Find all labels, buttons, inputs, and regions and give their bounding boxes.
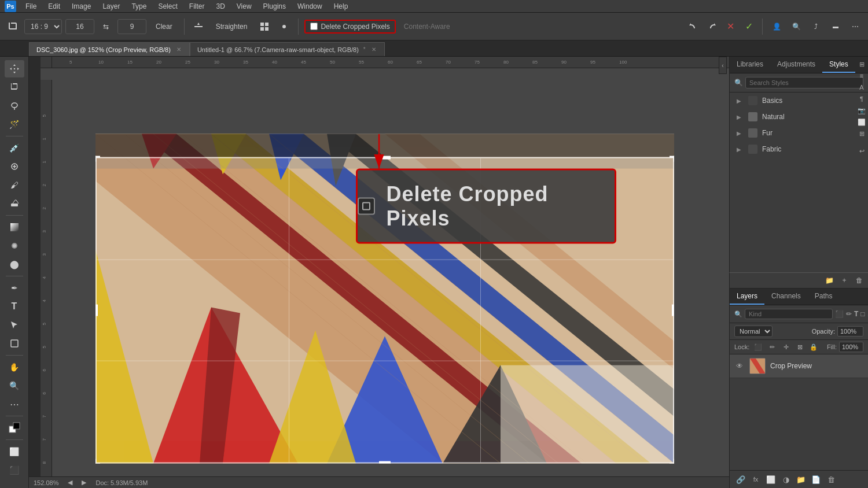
styles-search-input[interactable] bbox=[745, 77, 863, 88]
undo-crop-icon[interactable] bbox=[686, 19, 701, 34]
adjustments-tab[interactable]: Adjustments bbox=[770, 57, 822, 73]
magic-wand-tool[interactable]: 🪄 bbox=[5, 116, 24, 133]
tab-1-close[interactable]: ✕ bbox=[175, 46, 182, 53]
opacity-input[interactable] bbox=[837, 326, 863, 337]
lock-transparent-icon[interactable]: ⬛ bbox=[753, 342, 763, 352]
zoom-tool[interactable]: 🔍 bbox=[5, 377, 24, 394]
menu-filter[interactable]: Filter bbox=[185, 1, 209, 12]
more-tools[interactable]: ⋯ bbox=[5, 395, 24, 413]
foreground-bg-colors[interactable] bbox=[5, 419, 24, 437]
user-icon[interactable]: 👤 bbox=[768, 19, 785, 35]
styles-tab[interactable]: Styles bbox=[822, 57, 855, 73]
layer-filter-pixel[interactable]: ⬛ bbox=[835, 308, 844, 320]
panel-action-1[interactable]: ⊞ bbox=[856, 59, 867, 69]
eyedropper-tool[interactable]: 💉 bbox=[5, 139, 24, 157]
layers-tab[interactable]: Layers bbox=[730, 289, 764, 305]
crop-tool[interactable] bbox=[5, 79, 24, 96]
blend-mode-select[interactable]: Normal bbox=[734, 326, 773, 337]
commit-crop-icon[interactable]: ✓ bbox=[741, 19, 756, 34]
delete-cropped-checkbox[interactable] bbox=[310, 23, 318, 30]
collapse-right-icon[interactable]: ‹ bbox=[719, 57, 727, 74]
menu-help[interactable]: Help bbox=[329, 1, 353, 12]
panel-action-5[interactable]: 📷 bbox=[856, 105, 867, 116]
brush-tool[interactable]: 🖌 bbox=[5, 176, 24, 194]
delete-layer-icon[interactable]: 🗑 bbox=[853, 274, 866, 287]
layer-link-icon[interactable]: 🔗 bbox=[734, 473, 747, 486]
panel-action-6[interactable]: ⬜ bbox=[856, 117, 867, 127]
crop-tool-icon[interactable] bbox=[5, 19, 21, 35]
layer-crop-preview[interactable]: 👁 Crop Preview bbox=[730, 354, 868, 378]
natural-group[interactable]: ▶ Natural bbox=[730, 109, 868, 125]
lock-all-icon[interactable]: 🔒 bbox=[808, 342, 819, 352]
layers-search-input[interactable] bbox=[745, 309, 833, 319]
menu-plugins[interactable]: Plugins bbox=[259, 1, 290, 12]
layer-delete-icon[interactable]: 🗑 bbox=[825, 473, 837, 486]
add-layer-icon[interactable]: + bbox=[838, 274, 851, 287]
shape-tool[interactable] bbox=[5, 335, 24, 352]
layer-new-icon[interactable]: 📄 bbox=[810, 473, 822, 486]
ratio-select[interactable]: 16 : 9 bbox=[24, 19, 62, 34]
layer-visibility-eye[interactable]: 👁 bbox=[734, 361, 745, 371]
libraries-tab[interactable]: Libraries bbox=[730, 57, 770, 73]
status-arrow-left[interactable]: ◀ bbox=[68, 479, 72, 486]
paths-tab[interactable]: Paths bbox=[808, 289, 840, 305]
basics-group[interactable]: ▶ Basics bbox=[730, 93, 868, 109]
grid-overlay-icon[interactable] bbox=[256, 19, 273, 35]
delete-cropped-label[interactable]: Delete Cropped Pixels bbox=[304, 20, 395, 34]
panel-action-7[interactable]: ⊞ bbox=[856, 128, 867, 139]
status-arrow-right[interactable]: ▶ bbox=[82, 479, 86, 486]
layer-group-icon[interactable]: 📁 bbox=[795, 473, 807, 486]
tab-2-close[interactable]: ✕ bbox=[370, 46, 377, 53]
layer-fx-icon[interactable]: fx bbox=[749, 473, 762, 486]
clear-button[interactable]: Clear bbox=[150, 20, 178, 33]
search-icon[interactable]: 🔍 bbox=[788, 19, 804, 35]
fur-group[interactable]: ▶ Fur bbox=[730, 125, 868, 141]
tab-2[interactable]: Untitled-1 @ 66.7% (7.Camera-raw-smart-o… bbox=[190, 42, 385, 56]
screen-mode-icon[interactable]: ⬛ bbox=[5, 461, 24, 479]
tab-1[interactable]: DSC_3060.jpg @ 152% (Crop Preview, RGB/8… bbox=[29, 42, 190, 56]
cancel-crop-icon[interactable]: ✕ bbox=[723, 19, 738, 34]
selection-tool[interactable] bbox=[5, 316, 24, 334]
panel-action-3[interactable]: A bbox=[856, 82, 867, 93]
layer-adjust-icon[interactable]: ◑ bbox=[779, 473, 792, 486]
panel-action-2[interactable]: ≡ bbox=[856, 71, 867, 81]
eraser-tool[interactable] bbox=[5, 195, 24, 212]
grid-settings-icon[interactable] bbox=[276, 19, 292, 35]
minimize-icon[interactable]: ▬ bbox=[827, 19, 844, 35]
layer-filter-adjust[interactable]: ✏ bbox=[846, 308, 852, 320]
share-icon[interactable]: ⤴ bbox=[808, 19, 824, 35]
pen-tool[interactable]: ✒ bbox=[5, 279, 24, 297]
healing-tool[interactable] bbox=[5, 158, 24, 175]
redo-crop-icon[interactable] bbox=[704, 19, 719, 34]
panel-undo-icon[interactable]: ↩ bbox=[856, 146, 867, 156]
type-tool[interactable]: T bbox=[5, 298, 24, 315]
menu-file[interactable]: File bbox=[21, 1, 41, 12]
channels-tab[interactable]: Channels bbox=[764, 289, 808, 305]
menu-image[interactable]: Image bbox=[67, 1, 95, 12]
dodge-tool[interactable]: ⬤ bbox=[5, 256, 24, 273]
straighten-button[interactable]: Straighten bbox=[210, 20, 253, 33]
lock-position-icon[interactable]: ✛ bbox=[781, 342, 791, 352]
swap-icon[interactable]: ⇆ bbox=[98, 19, 114, 35]
height-input[interactable] bbox=[117, 19, 146, 34]
menu-window[interactable]: Window bbox=[293, 1, 327, 12]
lock-pixels-icon[interactable]: ✏ bbox=[767, 342, 777, 352]
fill-input[interactable] bbox=[839, 342, 863, 352]
lock-artboard-icon[interactable]: ⊠ bbox=[795, 342, 805, 352]
move-tool[interactable] bbox=[5, 60, 24, 77]
width-input[interactable] bbox=[65, 19, 94, 34]
menu-layer[interactable]: Layer bbox=[98, 1, 124, 12]
menu-view[interactable]: View bbox=[232, 1, 256, 12]
layer-filter-type[interactable]: T bbox=[854, 308, 858, 320]
fabric-group[interactable]: ▶ Fabric bbox=[730, 141, 868, 157]
menu-select[interactable]: Select bbox=[153, 1, 182, 12]
panel-action-4[interactable]: ¶ bbox=[856, 94, 867, 104]
layer-filter-vector[interactable]: □ bbox=[860, 308, 865, 320]
layer-mask-icon[interactable]: ⬜ bbox=[764, 473, 777, 486]
canvas-container[interactable]: 5 1 1 2 2 3 3 4 4 5 5 6 6 7 7 8 bbox=[41, 68, 729, 476]
more-options-icon[interactable]: ⋯ bbox=[847, 19, 863, 35]
canvas-area[interactable]: 5 10 15 20 25 30 35 40 45 50 55 60 65 70… bbox=[29, 57, 729, 488]
quick-mask-icon[interactable]: ⬜ bbox=[5, 443, 24, 460]
blur-tool[interactable] bbox=[5, 237, 24, 254]
menu-type[interactable]: Type bbox=[127, 1, 151, 12]
